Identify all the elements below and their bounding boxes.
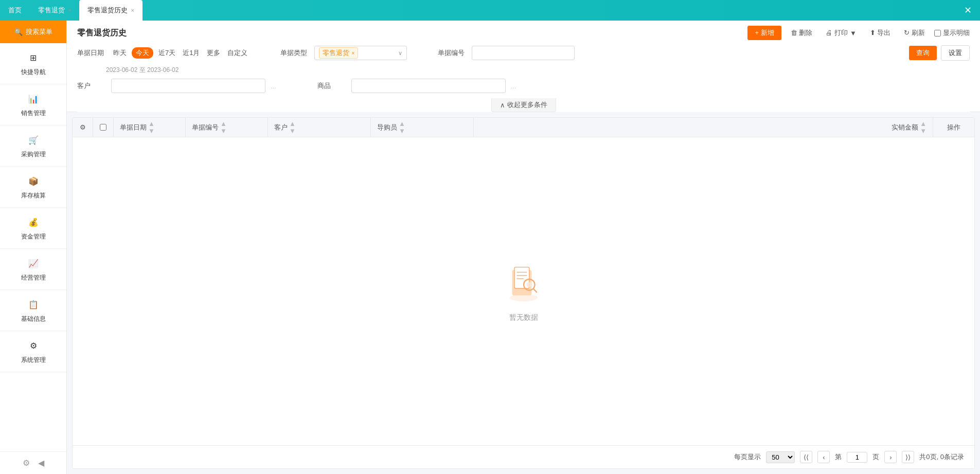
date-filter: 单据日期 昨天 今天 近7天 近1月 更多 自定义 — [77, 47, 250, 59]
quick-nav-icon: ⊞ — [26, 50, 41, 65]
page-size-select[interactable]: 50 20 100 — [766, 451, 795, 463]
shortcut-custom[interactable]: 自定义 — [225, 47, 250, 59]
th-action: 操作 — [933, 118, 974, 137]
collapse-button[interactable]: ∧ 收起更多条件 — [491, 98, 556, 112]
tab-retail-return-history[interactable]: 零售退货历史 × — [79, 0, 142, 21]
empty-state: 暂无数据 — [73, 137, 974, 445]
empty-icon — [501, 261, 547, 307]
date-range-display: 2023-06-02 至 2023-06-02 — [106, 66, 970, 75]
sidebar-bottom: ⚙ ◀ — [0, 451, 66, 474]
close-tab-history-icon[interactable]: × — [131, 7, 134, 13]
shortcut-yesterday[interactable]: 昨天 — [111, 47, 129, 59]
date-shortcuts: 昨天 今天 近7天 近1月 更多 自定义 — [111, 47, 250, 59]
last-page-button[interactable]: ⟩⟩ — [902, 451, 914, 463]
main-layout: 🔍 搜索菜单 ⊞ 快捷导航 📊 销售管理 🛒 采购管理 📦 库存核算 💰 资金管… — [0, 21, 980, 474]
tab-bar: 首页 零售退货 × 零售退货历史 × — [0, 0, 964, 21]
action-buttons: 查询 设置 — [909, 45, 970, 61]
page-number-input[interactable] — [847, 452, 867, 463]
th-checkbox[interactable] — [93, 118, 114, 137]
tab-retail-return[interactable]: 零售退货 × — [30, 0, 79, 21]
type-select-arrow: ∨ — [398, 50, 402, 57]
sidebar-item-purchase-mgmt[interactable]: 🛒 采购管理 — [0, 125, 66, 167]
th-amount[interactable]: 实销金额 ▲▼ — [474, 118, 933, 137]
sidebar-item-quick-nav[interactable]: ⊞ 快捷导航 — [0, 43, 66, 84]
sort-guide-icon: ▲▼ — [399, 120, 405, 134]
goods-filter: 商品 ... — [317, 79, 516, 93]
content-area: 零售退货历史 + 新增 🗑 删除 🖨 打印 ▼ ⬆ 导出 ↻ 刷新 — [67, 21, 980, 474]
collapse-row: ∧ 收起更多条件 — [77, 98, 970, 112]
toolbar: + 新增 🗑 删除 🖨 打印 ▼ ⬆ 导出 ↻ 刷新 — [747, 26, 970, 40]
order-no-filter: 单据编号 — [438, 46, 575, 60]
customer-filter: 客户 ... — [77, 79, 276, 93]
type-tag-close[interactable]: × — [351, 50, 354, 56]
pagination: 每页显示 50 20 100 ⟨⟨ ‹ 第 页 › ⟩⟩ 共0页, 0条记录 — [73, 445, 974, 468]
order-no-input[interactable] — [472, 46, 575, 60]
first-page-button[interactable]: ⟨⟨ — [800, 451, 812, 463]
table-area: ⚙ 单据日期 ▲▼ 单据编号 ▲▼ 客户 ▲▼ 导购员 — [72, 117, 975, 469]
tab-home[interactable]: 首页 — [0, 0, 30, 21]
delete-button[interactable]: 🗑 删除 — [787, 26, 817, 40]
sidebar-item-inventory[interactable]: 📦 库存核算 — [0, 167, 66, 208]
shortcut-7days[interactable]: 近7天 — [156, 47, 177, 59]
sort-date-icon: ▲▼ — [148, 120, 155, 134]
sort-customer-icon: ▲▼ — [289, 120, 296, 134]
type-select[interactable]: 零售退货 × ∨ — [314, 46, 407, 60]
show-detail-checkbox[interactable]: 显示明细 — [934, 28, 970, 38]
goods-input[interactable] — [351, 79, 506, 93]
operations-icon: 📈 — [26, 256, 41, 270]
new-button[interactable]: + 新增 — [747, 26, 781, 40]
filter-row-1: 单据日期 昨天 今天 近7天 近1月 更多 自定义 单据类型 — [77, 45, 970, 61]
close-tab-icon[interactable]: × — [68, 7, 71, 13]
th-order-no[interactable]: 单据编号 ▲▼ — [186, 118, 268, 137]
customer-ellipsis: ... — [271, 82, 276, 90]
prev-page-button[interactable]: ‹ — [817, 451, 830, 463]
goods-ellipsis: ... — [511, 82, 516, 90]
sidebar-item-sales-mgmt[interactable]: 📊 销售管理 — [0, 84, 66, 125]
settings-bottom-icon[interactable]: ⚙ — [23, 458, 30, 468]
sidebar-item-finance[interactable]: 💰 资金管理 — [0, 208, 66, 249]
purchase-mgmt-icon: 🛒 — [26, 133, 41, 147]
sidebar-item-base-info[interactable]: 📋 基础信息 — [0, 290, 66, 331]
filter-area: 单据日期 昨天 今天 近7天 近1月 更多 自定义 单据类型 — [77, 45, 970, 112]
query-button[interactable]: 查询 — [909, 46, 937, 60]
sidebar: 🔍 搜索菜单 ⊞ 快捷导航 📊 销售管理 🛒 采购管理 📦 库存核算 💰 资金管… — [0, 21, 67, 474]
svg-line-7 — [533, 288, 536, 291]
table-header: ⚙ 单据日期 ▲▼ 单据编号 ▲▼ 客户 ▲▼ 导购员 — [73, 118, 974, 137]
th-guide[interactable]: 导购员 ▲▼ — [371, 118, 474, 137]
select-all-checkbox[interactable] — [100, 124, 106, 131]
system-icon: ⚙ — [26, 338, 41, 353]
refresh-button[interactable]: ↻ 刷新 — [900, 26, 929, 40]
window-close-button[interactable]: ✕ — [964, 5, 980, 16]
sales-mgmt-icon: 📊 — [26, 92, 41, 106]
th-date[interactable]: 单据日期 ▲▼ — [114, 118, 186, 137]
type-tag: 零售退货 × — [319, 47, 358, 59]
collapse-sidebar-icon[interactable]: ◀ — [38, 458, 44, 468]
top-bar: 首页 零售退货 × 零售退货历史 × ✕ — [0, 0, 980, 21]
sort-amount-icon: ▲▼ — [920, 120, 926, 134]
sidebar-search[interactable]: 🔍 搜索菜单 — [0, 21, 66, 43]
filter-row-2: 客户 ... 商品 ... — [77, 79, 970, 93]
th-customer[interactable]: 客户 ▲▼ — [268, 118, 371, 137]
export-button[interactable]: ⬆ 导出 — [866, 26, 895, 40]
sidebar-item-system[interactable]: ⚙ 系统管理 — [0, 331, 66, 372]
type-filter: 单据类型 零售退货 × ∨ — [280, 46, 407, 60]
print-button[interactable]: 🖨 打印 ▼ — [822, 26, 861, 40]
page-header: 零售退货历史 + 新增 🗑 删除 🖨 打印 ▼ ⬆ 导出 ↻ 刷新 — [67, 21, 980, 112]
svg-point-8 — [526, 282, 532, 287]
sort-order-icon: ▲▼ — [220, 120, 227, 134]
next-page-button[interactable]: › — [884, 451, 897, 463]
base-info-icon: 📋 — [26, 297, 41, 312]
shortcut-today[interactable]: 今天 — [132, 47, 153, 59]
collapse-icon: ∧ — [500, 101, 505, 109]
search-icon: 🔍 — [14, 28, 23, 36]
shortcut-1month[interactable]: 近1月 — [181, 47, 202, 59]
sidebar-item-operations[interactable]: 📈 经营管理 — [0, 249, 66, 290]
th-settings[interactable]: ⚙ — [73, 118, 93, 137]
finance-icon: 💰 — [26, 215, 41, 229]
customer-input[interactable] — [111, 79, 265, 93]
page-title-row: 零售退货历史 + 新增 🗑 删除 🖨 打印 ▼ ⬆ 导出 ↻ 刷新 — [77, 26, 970, 40]
shortcut-more[interactable]: 更多 — [205, 47, 222, 59]
inventory-icon: 📦 — [26, 174, 41, 188]
settings-button[interactable]: 设置 — [941, 45, 970, 61]
empty-text: 暂无数据 — [509, 313, 538, 322]
